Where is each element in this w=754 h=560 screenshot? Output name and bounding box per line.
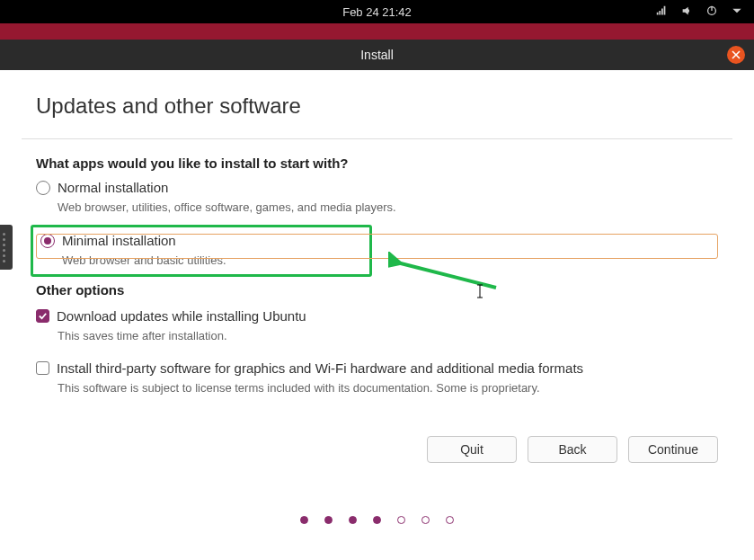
close-button[interactable] [727, 46, 745, 64]
minimal-desc: Web browser and basic utilities. [62, 253, 362, 267]
checkbox-label: Download updates while installing Ubuntu [57, 308, 306, 324]
progress-dot [300, 516, 308, 524]
titlebar: Install [0, 40, 754, 70]
checkbox-download-updates[interactable]: Download updates while installing Ubuntu [36, 308, 718, 324]
checkbox-label: Install third-party software for graphic… [57, 360, 583, 376]
progress-dot [373, 516, 381, 524]
progress-dot [324, 516, 333, 524]
download-updates-desc: This saves time after installation. [58, 329, 718, 342]
power-icon[interactable] [705, 4, 718, 20]
radio-icon [36, 181, 50, 195]
clock: Feb 24 21:42 [342, 5, 412, 19]
checkbox-icon [36, 309, 49, 323]
radio-normal-install[interactable]: Normal installation [36, 180, 718, 195]
normal-desc: Web browser, utilities, office software,… [58, 200, 718, 214]
window-title: Install [360, 48, 394, 62]
page-title: Updates and other software [22, 83, 732, 139]
checkbox-third-party[interactable]: Install third-party software for graphic… [36, 360, 718, 376]
progress-dot [421, 516, 430, 524]
volume-icon[interactable] [680, 4, 693, 20]
highlight-annotation: Minimal installation Web browser and bas… [31, 225, 372, 277]
radio-minimal-install[interactable]: Minimal installation [40, 233, 362, 248]
third-party-desc: This software is subject to license term… [58, 381, 718, 395]
progress-dots [22, 516, 732, 524]
window-decoration [0, 23, 754, 40]
dock-edge [0, 225, 13, 270]
top-bar: Feb 24 21:42 [0, 0, 754, 23]
continue-button[interactable]: Continue [628, 436, 718, 463]
install-type-question: What apps would you like to install to s… [36, 156, 718, 171]
quit-button[interactable]: Quit [427, 436, 517, 463]
checkbox-icon [36, 361, 49, 375]
network-icon[interactable] [655, 4, 668, 20]
radio-label: Normal installation [58, 180, 168, 195]
radio-icon [40, 234, 55, 248]
progress-dot [397, 516, 405, 524]
chevron-down-icon[interactable] [731, 4, 743, 20]
other-options-title: Other options [36, 282, 718, 298]
installer-page: Updates and other software What apps wou… [22, 83, 732, 547]
radio-label: Minimal installation [62, 233, 176, 248]
progress-dot [349, 516, 357, 524]
progress-dot [446, 516, 454, 524]
back-button[interactable]: Back [528, 436, 617, 463]
